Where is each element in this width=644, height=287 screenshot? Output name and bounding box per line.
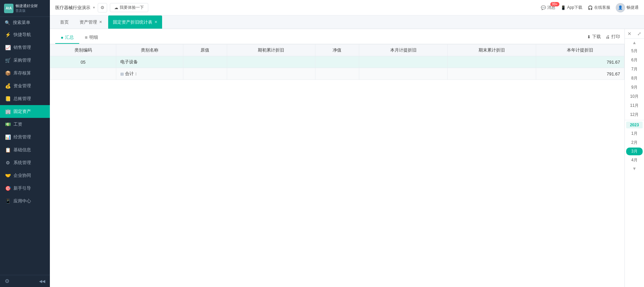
- total-period-end: [448, 68, 536, 80]
- inner-tab-detail[interactable]: ≡ 明细: [79, 32, 103, 44]
- operations-icon: 📊: [5, 134, 11, 140]
- right-panel-close-button[interactable]: ✕: [627, 31, 632, 36]
- tab-home[interactable]: 首页: [55, 15, 73, 29]
- sidebar-item-inventory[interactable]: 📦 库存核算: [0, 67, 50, 79]
- col-period-end-accum-depreciation: 期末累计折旧: [448, 44, 536, 56]
- sidebar-item-fixed-assets[interactable]: 🏢 固定资产: [0, 105, 50, 118]
- sidebar: AtA 畅捷通好业财 普及版 🔍 搜索菜单 ⚡ 快捷导航 📈 销售管理 🛒 采购…: [0, 0, 50, 287]
- table-row: 05 电子设备 791.67: [50, 56, 624, 68]
- sidebar-nav: ⚡ 快捷导航 📈 销售管理 🛒 采购管理 📦 库存核算 💰 资金管理 📒 总账管…: [0, 28, 50, 275]
- user-avatar-icon: 👤: [618, 5, 623, 10]
- inner-tabs-left: ● 汇总 ≡ 明细: [55, 32, 103, 44]
- sidebar-collapse-icon[interactable]: ◀◀: [39, 279, 45, 284]
- col-original-value: 原值: [183, 44, 227, 56]
- sidebar-item-ledger[interactable]: 📒 总账管理: [0, 92, 50, 105]
- basic-info-icon: 📋: [5, 147, 11, 153]
- download-button[interactable]: ⬇ 下载: [587, 34, 601, 40]
- company-name[interactable]: 医疗器械行业演示: [55, 5, 90, 11]
- sidebar-search[interactable]: 🔍 搜索菜单: [0, 17, 50, 28]
- sidebar-item-guide[interactable]: 🎯 新手引导: [0, 182, 50, 195]
- right-panel-months-before: 5月 6月 7月 8月 9月 10月 11月 12月: [625, 46, 644, 119]
- col-period-accum-depreciation: 期初累计折旧: [227, 44, 315, 56]
- sidebar-item-capital[interactable]: 💰 资金管理: [0, 79, 50, 92]
- tab-fixed-asset-depreciation[interactable]: 固定资产折旧统计表 ✕: [108, 15, 162, 29]
- month-5[interactable]: 5月: [625, 46, 644, 56]
- payroll-label: 工资: [13, 121, 22, 127]
- system-label: 系统管理: [13, 160, 31, 166]
- right-panel: ✕ ⤢ ▲ 5月 6月 7月 8月 9月 10月 11月 12月 2023: [624, 29, 644, 287]
- table-total-row: ▤ 合计： 791.67: [50, 68, 624, 80]
- headset-icon: 🎧: [588, 5, 593, 10]
- month-6[interactable]: 6月: [625, 56, 644, 65]
- month-9[interactable]: 9月: [625, 83, 644, 92]
- sales-icon: 📈: [5, 44, 11, 51]
- asset-management-tab-close[interactable]: ✕: [99, 20, 102, 24]
- print-icon: 🖨: [606, 34, 610, 39]
- month-10[interactable]: 10月: [625, 92, 644, 101]
- cell-original-value: [183, 56, 227, 68]
- sidebar-item-quick-nav[interactable]: ⚡ 快捷导航: [0, 28, 50, 41]
- tab-asset-management[interactable]: 资产管理 ✕: [75, 15, 107, 29]
- inventory-icon: 📦: [5, 70, 11, 76]
- month-2023-2[interactable]: 2月: [625, 138, 644, 147]
- operations-label: 经营管理: [13, 134, 31, 140]
- month-12[interactable]: 12月: [625, 110, 644, 119]
- month-11[interactable]: 11月: [625, 101, 644, 110]
- customer-service-item[interactable]: 🎧 在线客服: [588, 5, 610, 10]
- dropdown-arrow-icon[interactable]: ▾: [93, 5, 95, 10]
- sidebar-item-operations[interactable]: 📊 经营管理: [0, 131, 50, 144]
- payroll-icon: 💵: [5, 121, 11, 127]
- sidebar-item-payroll[interactable]: 💵 工资: [0, 118, 50, 131]
- month-7[interactable]: 7月: [625, 65, 644, 74]
- print-button[interactable]: 🖨 打印: [606, 34, 620, 40]
- system-icon: ⚙: [5, 160, 11, 166]
- basic-info-label: 基础信息: [13, 147, 31, 153]
- app-download-item[interactable]: 📱 App下载: [561, 5, 582, 10]
- depreciation-table: 类别编码 类别名称 原值 期初累计折旧 净值 本月计提折旧 期末累计折旧 本年计…: [50, 44, 624, 80]
- month-2023-3[interactable]: 3月: [626, 148, 643, 155]
- guide-icon: 🎯: [5, 185, 11, 191]
- detail-tab-icon: ≡: [85, 35, 87, 40]
- inner-tab-summary[interactable]: ● 汇总: [55, 32, 79, 44]
- sidebar-settings-icon[interactable]: ⚙: [5, 278, 9, 284]
- right-panel-scroll-down[interactable]: ▼: [625, 165, 644, 172]
- month-2023-1[interactable]: 1月: [625, 129, 644, 138]
- ledger-label: 总账管理: [13, 96, 31, 102]
- summary-tab-icon: ●: [61, 35, 63, 40]
- right-panel-expand-button[interactable]: ⤢: [637, 31, 641, 36]
- quick-nav-icon: ⚡: [5, 32, 11, 38]
- cell-period-accum-depreciation: [227, 56, 315, 68]
- month-2023-4[interactable]: 4月: [625, 156, 644, 165]
- right-panel-months-2023: 1月 2月 3月 4月: [625, 129, 644, 165]
- cell-monthly-depreciation: [359, 56, 447, 68]
- month-8[interactable]: 8月: [625, 74, 644, 83]
- ledger-icon: 📒: [5, 96, 11, 102]
- mobile-icon: 📱: [561, 5, 566, 10]
- settings-button[interactable]: ⚙: [98, 3, 107, 12]
- sidebar-item-purchase[interactable]: 🛒 采购管理: [0, 54, 50, 67]
- message-item[interactable]: 💬 消息 99+: [541, 5, 555, 10]
- topbar-left: 医疗器械行业演示 ▾ ⚙ ☁ 我要体验一下: [55, 3, 148, 12]
- right-panel-scroll-up[interactable]: ▲: [625, 39, 644, 46]
- sidebar-item-app-center[interactable]: 📱 应用中心: [0, 195, 50, 208]
- experience-button[interactable]: ☁ 我要体验一下: [110, 3, 148, 12]
- sidebar-item-enterprise[interactable]: 🤝 企业协同: [0, 169, 50, 182]
- enterprise-label: 企业协同: [13, 172, 31, 179]
- col-monthly-depreciation: 本月计提折旧: [359, 44, 447, 56]
- sidebar-item-sales[interactable]: 📈 销售管理: [0, 41, 50, 54]
- sidebar-item-basic-info[interactable]: 📋 基础信息: [0, 144, 50, 156]
- sidebar-item-system[interactable]: ⚙ 系统管理: [0, 156, 50, 169]
- topbar-right: 💬 消息 99+ 📱 App下载 🎧 在线客服 👤 畅捷通: [541, 3, 639, 12]
- col-net-value: 净值: [315, 44, 359, 56]
- enterprise-icon: 🤝: [5, 172, 11, 179]
- purchase-label: 采购管理: [13, 57, 31, 63]
- cell-annual-depreciation: 791.67: [536, 56, 624, 68]
- fixed-assets-label: 固定资产: [13, 108, 31, 115]
- right-panel-header: ✕ ⤢: [625, 29, 644, 39]
- total-label: ▤ 合计：: [120, 71, 179, 77]
- fixed-asset-depreciation-tab-close[interactable]: ✕: [154, 20, 157, 24]
- message-badge: 99+: [550, 2, 559, 6]
- user-item[interactable]: 👤 畅捷通: [616, 3, 639, 12]
- message-icon: 💬: [541, 5, 546, 10]
- cell-category-name: 电子设备: [116, 56, 183, 68]
